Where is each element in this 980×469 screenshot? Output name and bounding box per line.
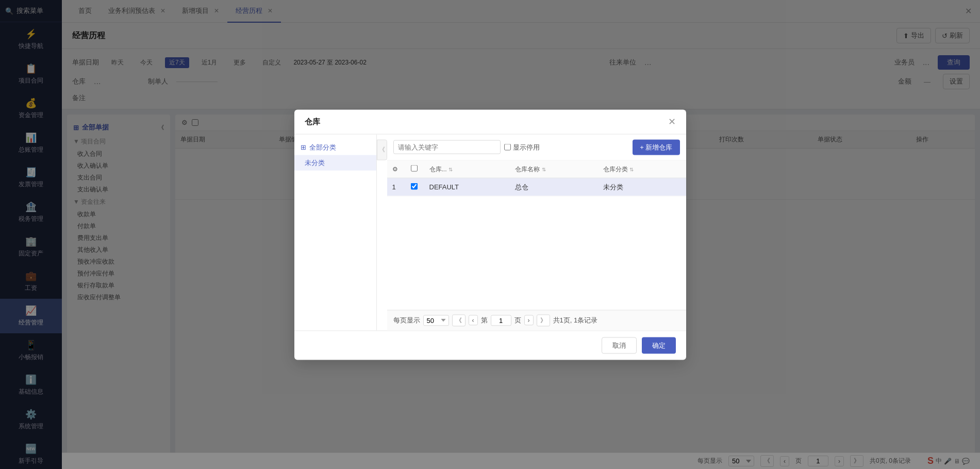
sort-icon-name: ⇅ — [542, 166, 546, 172]
row-code: DEFAULT — [424, 178, 510, 196]
row-category: 未分类 — [598, 178, 686, 196]
col-setting[interactable]: ⚙ — [387, 160, 406, 178]
col-warehouse-name: 仓库名称 ⇅ — [510, 160, 598, 178]
modal-body: ⊞ 全部分类 未分类 《 🔍 显示停用 + 新增仓库 — [294, 134, 686, 330]
grid-icon: ⊞ — [301, 143, 306, 151]
sort-icon-cat: ⇅ — [629, 166, 634, 172]
category-item-unclassified[interactable]: 未分类 — [294, 155, 376, 170]
category-panel: ⊞ 全部分类 未分类 — [294, 134, 377, 330]
show-disabled-checkbox[interactable] — [504, 144, 511, 151]
modal-page-suffix: 页 — [514, 316, 521, 325]
modal-next-page[interactable]: › — [524, 315, 534, 326]
modal-page-input[interactable] — [491, 315, 511, 326]
warehouse-modal: 仓库 ✕ ⊞ 全部分类 未分类 《 🔍 显示停用 — [294, 109, 686, 360]
modal-first-page[interactable]: 《 — [452, 314, 466, 326]
modal-table: ⚙ 仓库... ⇅ 仓库名称 ⇅ 仓库分类 — [387, 160, 686, 196]
show-disabled-label[interactable]: 显示停用 — [504, 142, 540, 152]
sort-icon-code: ⇅ — [449, 166, 453, 172]
modal-prev-page[interactable]: ‹ — [469, 315, 478, 326]
modal-table-wrap: ⚙ 仓库... ⇅ 仓库名称 ⇅ 仓库分类 — [387, 160, 686, 310]
content-panel: 🔍 显示停用 + 新增仓库 ⚙ — [387, 134, 686, 330]
table-row[interactable]: 1 DEFAULT 总仓 未分类 — [387, 178, 686, 196]
modal-pagination: 每页显示 50 100 《 ‹ 第 页 › 》 共1页, 1条记录 — [387, 310, 686, 330]
category-collapse-btn[interactable]: 《 — [377, 139, 387, 160]
confirm-button[interactable]: 确定 — [642, 337, 676, 353]
row-id: 1 — [387, 178, 406, 196]
row-checkbox-cell[interactable] — [406, 178, 424, 196]
modal-total: 共1页, 1条记录 — [553, 316, 598, 325]
modal-footer: 取消 确定 — [294, 330, 686, 360]
modal-select-all[interactable] — [411, 165, 418, 172]
col-warehouse-code: 仓库... ⇅ — [424, 160, 510, 178]
category-all[interactable]: ⊞ 全部分类 — [294, 139, 376, 155]
row-name: 总仓 — [510, 178, 598, 196]
cancel-button[interactable]: 取消 — [602, 337, 637, 353]
modal-title: 仓库 — [305, 117, 320, 126]
col-warehouse-category: 仓库分类 ⇅ — [598, 160, 686, 178]
add-warehouse-button[interactable]: + 新增仓库 — [633, 139, 679, 155]
modal-last-page[interactable]: 》 — [537, 314, 550, 326]
modal-search-bar: 🔍 显示停用 + 新增仓库 — [387, 134, 686, 160]
modal-close-button[interactable]: ✕ — [668, 117, 676, 126]
modal-search-input[interactable] — [393, 140, 501, 154]
modal-page-label: 第 — [481, 316, 488, 325]
col-checkbox-header[interactable] — [406, 160, 424, 178]
modal-page-size-label: 每页显示 — [393, 316, 420, 325]
row-checkbox[interactable] — [411, 183, 418, 189]
modal-header: 仓库 ✕ — [294, 109, 686, 134]
modal-page-size-select[interactable]: 50 100 — [423, 315, 449, 326]
